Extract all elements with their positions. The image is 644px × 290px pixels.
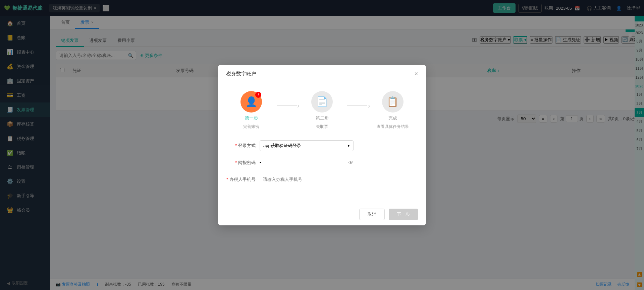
step2-icon: 📄 [316, 96, 328, 107]
step2-desc: 去取票 [316, 124, 328, 130]
taxpayer-phone-field: 办税人手机号 [226, 175, 418, 184]
login-method-select[interactable]: app获取验证码登录 ▾ [260, 140, 354, 151]
steps-indicator: 👤 ! 第一步 完善账密 📄 第二步 去取票 [226, 91, 418, 130]
step-arrow-1 [277, 105, 297, 106]
password-input[interactable] [260, 160, 348, 165]
modal-close-button[interactable]: × [414, 70, 418, 77]
step1-label: 第一步 [245, 115, 258, 121]
step-2: 📄 第二步 去取票 [297, 91, 347, 130]
password-input-wrap: 👁 [260, 158, 354, 168]
step3-label: 完成 [388, 115, 397, 121]
dropdown-chevron-icon: ▾ [347, 143, 350, 148]
password-label: 网报密码 [226, 160, 260, 166]
step-1: 👤 ! 第一步 完善账密 [226, 91, 277, 130]
step1-error-badge: ! [255, 92, 261, 98]
modal-header: 税务数字账户 × [218, 65, 426, 83]
step2-icon-wrap: 📄 [311, 91, 333, 113]
taxpayer-phone-input[interactable] [260, 175, 354, 184]
step1-desc: 完善账密 [243, 124, 259, 130]
login-method-label: 登录方式 [226, 143, 260, 149]
modal-footer: 取消 下一步 [218, 203, 426, 225]
step-arrow-2 [347, 105, 367, 106]
step1-icon-wrap: 👤 ! [240, 91, 262, 113]
cancel-button[interactable]: 取消 [359, 209, 385, 220]
password-toggle-icon[interactable]: 👁 [348, 160, 354, 166]
login-method-value: app获取验证码登录 [263, 143, 301, 149]
step3-icon: 📋 [387, 96, 398, 107]
modal-title: 税务数字账户 [226, 71, 256, 77]
next-step-button[interactable]: 下一步 [389, 209, 418, 220]
password-field: 网报密码 👁 [226, 158, 418, 168]
tax-account-modal: 税务数字账户 × 👤 ! 第一步 完善账密 [218, 65, 426, 225]
step3-desc: 查看具体任务结果 [377, 124, 409, 130]
step-3: 📋 完成 查看具体任务结果 [367, 91, 418, 130]
taxpayer-phone-label: 办税人手机号 [226, 176, 260, 183]
step2-label: 第二步 [316, 115, 329, 121]
step3-icon-wrap: 📋 [382, 91, 404, 113]
modal-body: 👤 ! 第一步 完善账密 📄 第二步 去取票 [218, 83, 426, 196]
modal-overlay: 税务数字账户 × 👤 ! 第一步 完善账密 [0, 0, 644, 290]
login-method-field: 登录方式 app获取验证码登录 ▾ [226, 140, 418, 151]
step1-icon: 👤 [246, 96, 257, 107]
modal-form: 登录方式 app获取验证码登录 ▾ 网报密码 👁 办税人手机 [226, 140, 418, 184]
